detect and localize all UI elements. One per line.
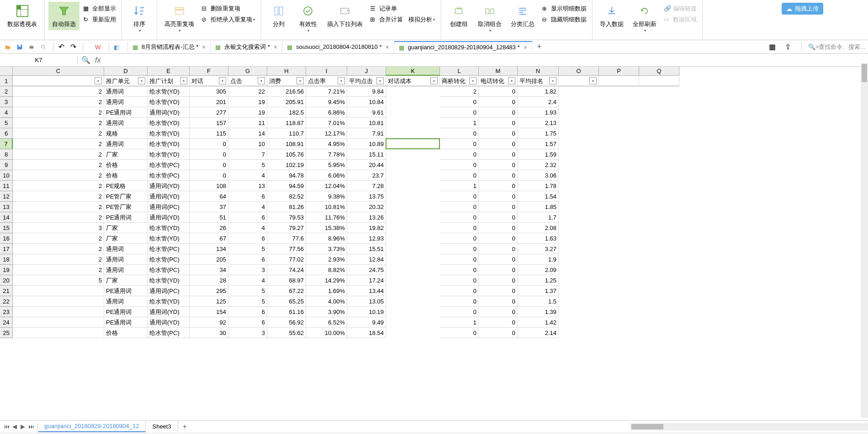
document-tab-2[interactable]: ▦永银文化搜索词 *× (211, 41, 282, 53)
row-header-1[interactable]: 1 (0, 76, 13, 86)
cell-C7[interactable]: 2 (13, 139, 104, 149)
row-header-12[interactable]: 12 (0, 191, 13, 202)
cell-M22[interactable]: 0 (479, 296, 518, 307)
cell-J23[interactable]: 10.19 (347, 307, 386, 317)
cell-M20[interactable]: 0 (479, 275, 518, 286)
cell-G20[interactable]: 4 (228, 275, 267, 286)
cell-D8[interactable]: 厂家 (104, 149, 148, 160)
cell-L11[interactable]: 1 (440, 181, 479, 191)
cell-F16[interactable]: 67 (190, 233, 228, 244)
cell-C4[interactable]: 2 (13, 107, 104, 118)
cell-L23[interactable]: 0 (440, 307, 479, 317)
column-header-P[interactable]: P (599, 67, 639, 76)
cell-E9[interactable]: 给水管(PC) (148, 160, 190, 170)
cell-N16[interactable]: 1.63 (518, 233, 559, 244)
import-data-button[interactable]: 导入数据 (596, 2, 627, 35)
cell-I23[interactable]: 3.90% (306, 307, 347, 317)
cell-C20[interactable]: 5 (13, 275, 104, 286)
cell-J18[interactable]: 12.84 (347, 254, 386, 265)
column-header-I[interactable]: I (306, 67, 347, 76)
cell-E17[interactable]: 给水管(PC) (148, 244, 190, 254)
cell-G10[interactable]: 4 (228, 170, 267, 181)
cell-E23[interactable]: 通用词(YD) (148, 307, 190, 317)
row-header-20[interactable]: 20 (0, 275, 13, 286)
filter-button-K[interactable]: ▾ (430, 77, 438, 84)
document-tab-1[interactable]: ▦8月营销流程表-汇总 *× (128, 41, 211, 53)
grid-view-button[interactable]: ▦ (767, 42, 778, 52)
cell-E12[interactable]: 通用词(YD) (148, 191, 190, 202)
column-header-M[interactable]: M (479, 67, 518, 76)
cell-J21[interactable]: 13.44 (347, 286, 386, 296)
row-header-7[interactable]: 7 (0, 139, 13, 149)
cell-J19[interactable]: 24.75 (347, 265, 386, 275)
row-header-10[interactable]: 10 (0, 170, 13, 181)
cell-J10[interactable]: 23.7 (347, 170, 386, 181)
cell-I19[interactable]: 8.82% (306, 265, 347, 275)
cell-D12[interactable]: PE管厂家 (104, 191, 148, 202)
cell-J7[interactable]: 10.89 (347, 139, 386, 149)
cell-I11[interactable]: 12.04% (306, 181, 347, 191)
cell-G24[interactable]: 6 (228, 317, 267, 328)
cell-C13[interactable]: 2 (13, 202, 104, 212)
cell-F20[interactable]: 28 (190, 275, 228, 286)
cell-H14[interactable]: 79.53 (267, 212, 306, 223)
cell-F25[interactable]: 30 (190, 328, 228, 338)
sort-button[interactable]: 排序▾ (126, 2, 153, 35)
cell-H20[interactable]: 68.97 (267, 275, 306, 286)
row-header-17[interactable]: 17 (0, 244, 13, 254)
cell-C3[interactable]: 2 (13, 97, 104, 107)
scrollbar-thumb[interactable] (631, 424, 663, 429)
cell-M11[interactable]: 0 (479, 181, 518, 191)
cell-M8[interactable]: 0 (479, 149, 518, 160)
cell-C23[interactable] (13, 307, 104, 317)
hide-detail-button[interactable]: ⊖隐藏明细数据 (540, 15, 588, 25)
row-header-15[interactable]: 15 (0, 223, 13, 233)
cell-D9[interactable]: 价格 (104, 160, 148, 170)
cell-G6[interactable]: 14 (228, 128, 267, 139)
cell-H12[interactable]: 82.52 (267, 191, 306, 202)
select-all-corner[interactable] (0, 67, 13, 76)
cell-I13[interactable]: 10.81% (306, 202, 347, 212)
cell-N17[interactable]: 3.27 (518, 244, 559, 254)
cell-H18[interactable]: 77.02 (267, 254, 306, 265)
share-button[interactable]: ⇪ (783, 42, 793, 52)
cell-F7[interactable]: 0 (190, 139, 228, 149)
cell-L21[interactable]: 0 (440, 286, 479, 296)
cell-J6[interactable]: 7.91 (347, 128, 386, 139)
cell-D19[interactable]: 通用词 (104, 265, 148, 275)
search-fx-icon[interactable]: 🔍 (81, 56, 90, 64)
filter-button-N[interactable]: ▾ (549, 77, 556, 84)
document-tab-3[interactable]: ▦sousuoci_20180804-20180810 *× (282, 42, 394, 52)
scrollbar-thumb[interactable] (862, 64, 867, 82)
search-input[interactable]: 🔍 >查找命令、搜索... (808, 43, 865, 51)
cell-I21[interactable]: 1.69% (306, 286, 347, 296)
cell-J13[interactable]: 20.32 (347, 202, 386, 212)
column-header-L[interactable]: L (440, 67, 479, 76)
cell-L19[interactable]: 0 (440, 265, 479, 275)
fx-icon[interactable]: fx (95, 56, 101, 64)
header-cell-N[interactable]: 平均排名▾ (518, 76, 559, 86)
tab-cube[interactable]: ◧ (109, 42, 128, 52)
column-header-J[interactable]: J (347, 67, 386, 76)
cell-F11[interactable]: 108 (190, 181, 228, 191)
cell-N12[interactable]: 1.54 (518, 191, 559, 202)
cell-L12[interactable]: 0 (440, 191, 479, 202)
cell-C2[interactable]: 2 (13, 86, 104, 97)
cell-E16[interactable]: 给水管(YD) (148, 233, 190, 244)
row-header-4[interactable]: 4 (0, 107, 13, 118)
cell-G25[interactable]: 3 (228, 328, 267, 338)
cell-N8[interactable]: 1.59 (518, 149, 559, 160)
cell-G12[interactable]: 6 (228, 191, 267, 202)
cell-C8[interactable]: 2 (13, 149, 104, 160)
filter-button-M[interactable]: ▾ (508, 77, 515, 84)
cell-E2[interactable]: 给水管(YD) (148, 86, 190, 97)
cell-E14[interactable]: 通用词(YD) (148, 212, 190, 223)
cell-H8[interactable]: 105.76 (267, 149, 306, 160)
add-sheet-button[interactable]: + (178, 421, 191, 433)
cell-G23[interactable]: 6 (228, 307, 267, 317)
cell-D24[interactable]: PE通用词 (104, 317, 148, 328)
cell-M4[interactable]: 0 (479, 107, 518, 118)
cell-L6[interactable]: 0 (440, 128, 479, 139)
cell-M10[interactable]: 0 (479, 170, 518, 181)
cell-C5[interactable]: 2 (13, 118, 104, 128)
